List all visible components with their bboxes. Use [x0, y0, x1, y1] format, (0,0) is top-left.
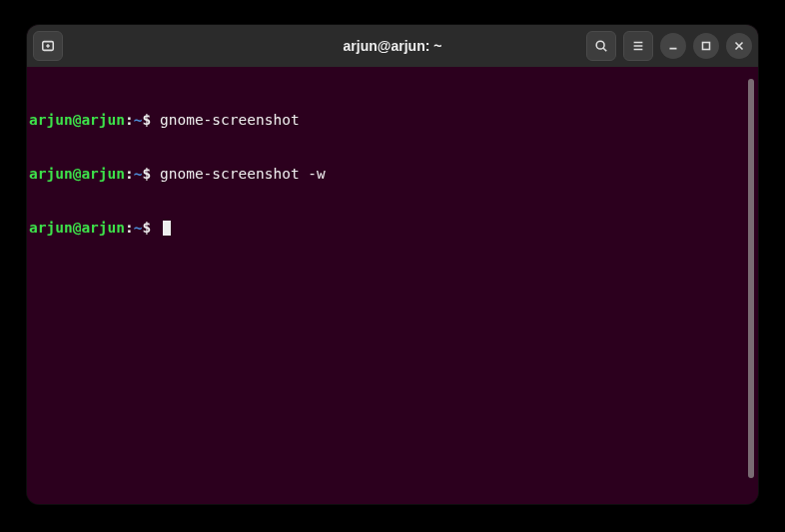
prompt-dollar: $: [143, 112, 160, 128]
close-button[interactable]: [726, 33, 752, 59]
command-text: gnome-screenshot: [160, 112, 300, 128]
terminal-window: arjun@arjun: ~: [27, 25, 758, 504]
prompt-dollar: $: [143, 166, 160, 182]
cursor: [163, 221, 171, 236]
svg-rect-9: [703, 43, 710, 50]
command-text: gnome-screenshot -w: [160, 166, 326, 182]
hamburger-icon: [631, 39, 645, 53]
menu-button[interactable]: [623, 31, 653, 61]
prompt-user: arjun@arjun: [29, 166, 125, 182]
terminal-line: arjun@arjun:~$: [29, 219, 746, 237]
maximize-button[interactable]: [693, 33, 719, 59]
close-icon: [732, 39, 746, 53]
terminal-line: arjun@arjun:~$ gnome-screenshot: [29, 111, 746, 129]
prompt-colon: :: [125, 166, 134, 182]
search-icon: [594, 39, 608, 53]
window-title: arjun@arjun: ~: [344, 38, 442, 54]
minimize-button[interactable]: [660, 33, 686, 59]
prompt-dollar: $: [143, 220, 160, 236]
titlebar: arjun@arjun: ~: [27, 25, 758, 67]
prompt-colon: :: [125, 220, 134, 236]
scrollbar-thumb[interactable]: [748, 79, 754, 478]
terminal-body[interactable]: arjun@arjun:~$ gnome-screenshot arjun@ar…: [27, 67, 758, 504]
minimize-icon: [666, 39, 680, 53]
svg-point-3: [596, 41, 604, 49]
scrollbar[interactable]: [746, 75, 756, 502]
search-button[interactable]: [586, 31, 616, 61]
prompt-path: ~: [134, 112, 143, 128]
prompt-colon: :: [125, 112, 134, 128]
terminal-content: arjun@arjun:~$ gnome-screenshot arjun@ar…: [29, 75, 746, 502]
prompt-path: ~: [134, 166, 143, 182]
maximize-icon: [699, 39, 713, 53]
new-tab-button[interactable]: [33, 31, 63, 61]
new-tab-icon: [41, 39, 55, 53]
terminal-line: arjun@arjun:~$ gnome-screenshot -w: [29, 165, 746, 183]
svg-line-4: [603, 48, 606, 51]
prompt-user: arjun@arjun: [29, 220, 125, 236]
prompt-user: arjun@arjun: [29, 112, 125, 128]
prompt-path: ~: [134, 220, 143, 236]
